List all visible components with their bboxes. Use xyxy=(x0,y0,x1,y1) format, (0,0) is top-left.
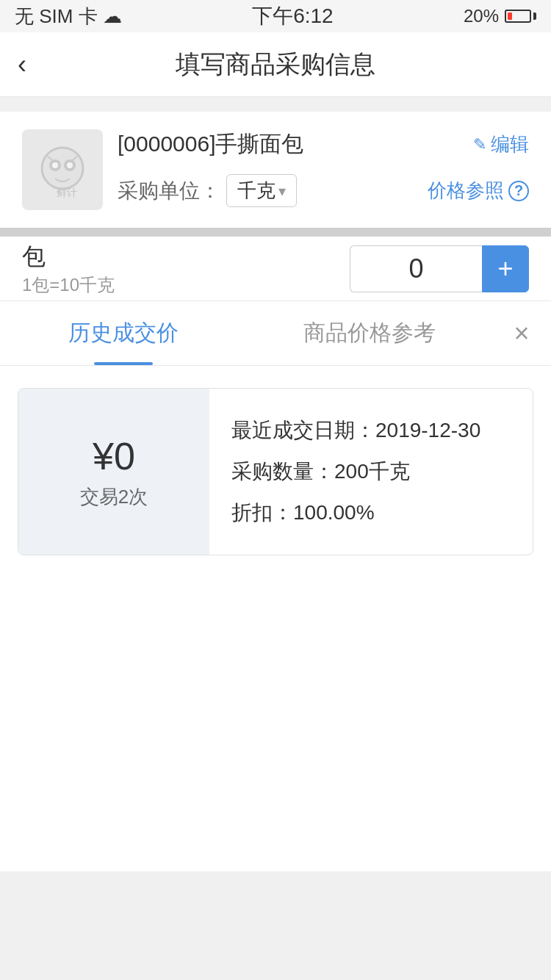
price-amount: ¥0 xyxy=(93,434,135,478)
history-price-card: ¥0 交易2次 最近成交日期：2019-12-30 采购数量：200千克 折扣：… xyxy=(18,388,533,555)
tabs-header: 历史成交价 商品价格参考 × xyxy=(0,301,551,366)
edit-button[interactable]: ✎ 编辑 xyxy=(473,131,529,157)
tab-product-price-ref[interactable]: 商品价格参考 xyxy=(246,301,492,365)
svg-point-4 xyxy=(67,162,73,168)
purchase-quantity-label: 采购数量： xyxy=(231,460,334,483)
tab-history-price-label: 历史成交价 xyxy=(68,318,179,348)
unit-selector[interactable]: 千克 ▾ xyxy=(226,174,297,207)
quantity-row: 包 1包=10千克 + xyxy=(0,237,551,301)
unit-value: 千克 xyxy=(237,178,276,203)
status-left: 无 SIM 卡 ☁ xyxy=(15,4,122,29)
close-icon: × xyxy=(514,318,529,349)
page-background xyxy=(0,577,551,871)
quantity-unit-name: 包 xyxy=(22,241,115,273)
purchase-quantity-value: 200千克 xyxy=(334,460,410,483)
price-trade-count: 交易2次 xyxy=(80,484,148,510)
discount-value: 100.00% xyxy=(293,501,375,524)
tabs-section: 历史成交价 商品价格参考 × ¥0 交易2次 最近成交日期：2019-12-30… xyxy=(0,301,551,577)
price-reference-button[interactable]: 价格参照 ? xyxy=(428,178,529,203)
status-bar: 无 SIM 卡 ☁ 下午6:12 20% xyxy=(0,0,551,32)
status-time: 下午6:12 xyxy=(252,2,334,30)
edit-icon: ✎ xyxy=(473,135,486,154)
back-button[interactable]: ‹ xyxy=(18,49,26,80)
battery-icon xyxy=(505,10,536,23)
status-right: 20% xyxy=(464,6,536,26)
quantity-conversion: 1包=10千克 xyxy=(22,273,115,297)
tabs-close-button[interactable]: × xyxy=(492,301,551,366)
price-card-right: 最近成交日期：2019-12-30 采购数量：200千克 折扣：100.00% xyxy=(209,389,533,555)
signal-text: 无 SIM 卡 ☁ xyxy=(15,4,122,29)
discount-item: 折扣：100.00% xyxy=(231,497,511,528)
plus-icon: + xyxy=(497,256,513,282)
recent-date-label: 最近成交日期： xyxy=(231,419,375,442)
purchase-quantity-item: 采购数量：200千克 xyxy=(231,456,511,487)
tab-history-price[interactable]: 历史成交价 xyxy=(0,301,246,365)
quantity-plus-button[interactable]: + xyxy=(482,245,529,292)
separator-bar xyxy=(0,228,551,237)
price-card-left: ¥0 交易2次 xyxy=(18,389,209,555)
svg-point-3 xyxy=(52,162,58,168)
recent-date-value: 2019-12-30 xyxy=(375,419,480,442)
edit-label: 编辑 xyxy=(491,131,529,157)
product-card: 鲜计 [0000006]手撕面包 ✎ 编辑 采购单位： 千克 ▾ 价格参照 ? xyxy=(0,112,551,228)
page-title: 填写商品采购信息 xyxy=(176,48,375,82)
svg-text:鲜计: 鲜计 xyxy=(57,187,77,198)
product-image: 鲜计 xyxy=(33,140,92,199)
dropdown-arrow-icon: ▾ xyxy=(278,182,286,200)
product-thumbnail: 鲜计 xyxy=(22,129,103,210)
product-info: [0000006]手撕面包 ✎ 编辑 采购单位： 千克 ▾ 价格参照 ? xyxy=(118,129,529,207)
quantity-input-group: + xyxy=(350,245,529,292)
help-icon: ? xyxy=(508,181,529,201)
price-ref-label: 价格参照 xyxy=(428,178,504,203)
tab-content: ¥0 交易2次 最近成交日期：2019-12-30 采购数量：200千克 折扣：… xyxy=(0,366,551,577)
quantity-input[interactable] xyxy=(350,245,482,292)
nav-bar: ‹ 填写商品采购信息 xyxy=(0,32,551,97)
battery-percent: 20% xyxy=(464,6,499,26)
quantity-label-group: 包 1包=10千克 xyxy=(22,241,115,297)
discount-label: 折扣： xyxy=(231,501,293,524)
tab-active-indicator xyxy=(94,362,153,365)
product-name: [0000006]手撕面包 xyxy=(118,129,303,159)
unit-label: 采购单位： xyxy=(118,177,220,205)
tab-product-price-ref-label: 商品价格参考 xyxy=(303,318,436,348)
recent-date-item: 最近成交日期：2019-12-30 xyxy=(231,415,511,446)
svg-point-0 xyxy=(42,148,83,189)
